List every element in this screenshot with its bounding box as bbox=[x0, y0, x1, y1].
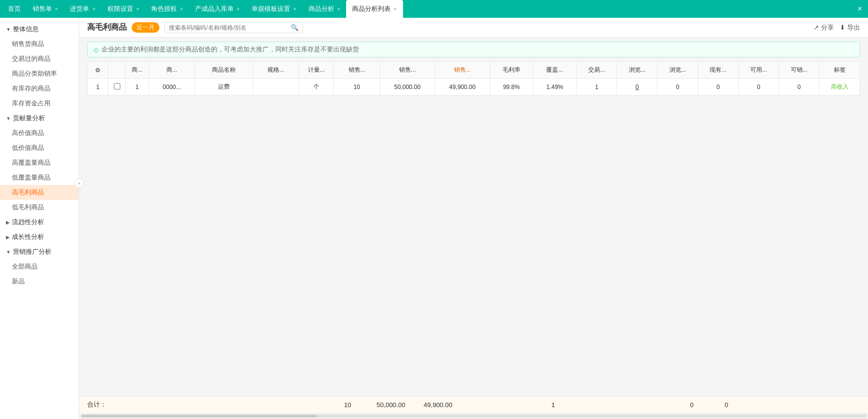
nav-tab-analysis-list[interactable]: 商品分析列表 × bbox=[346, 0, 403, 18]
row-seq: 1 bbox=[126, 79, 149, 95]
col-trade-header: 交易... bbox=[576, 62, 617, 79]
arrow-growth: ▶ bbox=[6, 234, 10, 240]
sidebar-item-category-rate[interactable]: 商品分类助销率 bbox=[0, 66, 79, 81]
search-icon[interactable]: 🔍 bbox=[291, 24, 299, 31]
sidebar-item-low-margin[interactable]: 低毛利商品 bbox=[0, 200, 79, 215]
footer-totals: 合计： 10 50,000.00 49,900.00 1 0 0 bbox=[79, 396, 868, 413]
export-button[interactable]: ⬇ 导出 bbox=[840, 23, 860, 32]
export-icon: ⬇ bbox=[840, 24, 845, 31]
sidebar-item-low-value[interactable]: 低价值商品 bbox=[0, 140, 79, 155]
sidebar-item-high-margin[interactable]: 高毛利商品 bbox=[0, 185, 79, 200]
col-no-header: 商... bbox=[126, 62, 149, 79]
footer-cells: 10 50,000.00 49,900.00 1 0 0 bbox=[117, 401, 860, 409]
arrow-flow: ▶ bbox=[6, 220, 10, 225]
footer-sale3: 49,900.00 bbox=[414, 401, 461, 409]
close-purchase-tab[interactable]: × bbox=[92, 6, 95, 12]
col-unit-header: 计量... bbox=[299, 62, 334, 79]
footer-label: 合计： bbox=[87, 400, 117, 409]
search-box[interactable]: 🔍 bbox=[164, 22, 303, 33]
row-browse1[interactable]: 0 bbox=[617, 79, 658, 95]
close-analysis-list-tab[interactable]: × bbox=[394, 6, 397, 12]
sidebar-group-growth[interactable]: ▶ 成长性分析 bbox=[0, 230, 79, 244]
nav-tab-home[interactable]: 首页 bbox=[2, 0, 27, 18]
sidebar-group-overall[interactable]: ▼ 整体信息 bbox=[0, 22, 79, 37]
footer-trade: 1 bbox=[536, 401, 570, 409]
row-sale2: 50,000.00 bbox=[380, 79, 435, 95]
sidebar: ▼ 整体信息 销售货商品 交易过的商品 商品分类助销率 有库存的商品 库存资金占… bbox=[0, 18, 79, 419]
nav-tab-role[interactable]: 角色授权 × bbox=[145, 0, 189, 18]
row-trade: 1 bbox=[576, 79, 617, 95]
close-template-tab[interactable]: × bbox=[293, 6, 296, 12]
sidebar-item-stock-capital[interactable]: 库存资金占用 bbox=[0, 96, 79, 111]
nav-tab-purchase[interactable]: 进货单 × bbox=[64, 0, 101, 18]
sidebar-item-new-goods[interactable]: 新品 bbox=[0, 274, 79, 289]
close-permission-tab[interactable]: × bbox=[136, 6, 139, 12]
col-checkbox bbox=[108, 62, 126, 79]
content-area: 高毛利商品 近一月 🔍 ↗ 分享 ⬇ 导出 ◇ 企业的主要的利润都是这部分商品创… bbox=[79, 18, 868, 419]
row-checkbox[interactable] bbox=[108, 79, 126, 95]
col-sale2-header: 销售... bbox=[380, 62, 435, 79]
col-spec-header: 规格... bbox=[253, 62, 299, 79]
sidebar-item-high-value[interactable]: 高价值商品 bbox=[0, 126, 79, 140]
close-product-inbound-tab[interactable]: × bbox=[237, 6, 240, 12]
sidebar-item-all-goods[interactable]: 全部商品 bbox=[0, 259, 79, 274]
scrollbar-thumb[interactable] bbox=[81, 415, 317, 418]
search-input[interactable] bbox=[169, 24, 289, 31]
row-gross-rate: 99.8% bbox=[490, 79, 533, 95]
sidebar-item-traded-goods[interactable]: 交易过的商品 bbox=[0, 51, 79, 66]
close-sales-tab[interactable]: × bbox=[55, 6, 58, 12]
row-available: 0 bbox=[738, 79, 779, 95]
nav-tab-sales[interactable]: 销售单 × bbox=[27, 0, 64, 18]
page-title: 高毛利商品 bbox=[87, 22, 127, 33]
col-saleable-header: 可销... bbox=[779, 62, 819, 79]
sidebar-item-stocked-goods[interactable]: 有库存的商品 bbox=[0, 81, 79, 96]
table-wrapper: ⚙ 商... 商... 商品名称 规格... 计量... 销售... 销售...… bbox=[79, 61, 868, 396]
col-available-header: 可用... bbox=[738, 62, 779, 79]
sidebar-group-flow[interactable]: ▶ 流趋性分析 bbox=[0, 215, 79, 230]
col-sale3-header: 销售... bbox=[435, 62, 490, 79]
row-name: 运费 bbox=[195, 79, 253, 95]
footer-sale2: 50,000.00 bbox=[367, 401, 414, 409]
info-banner: ◇ 企业的主要的利润都是这部分商品创造的，可考虑加大推广，同时关注库存是不要出现… bbox=[87, 42, 860, 57]
row-saleable: 0 bbox=[779, 79, 819, 95]
sidebar-group-marketing[interactable]: ▼ 营销推广分析 bbox=[0, 244, 79, 259]
col-cover-header: 覆盖... bbox=[533, 62, 577, 79]
share-button[interactable]: ↗ 分享 bbox=[814, 23, 834, 32]
content-header: 高毛利商品 近一月 🔍 ↗ 分享 ⬇ 导出 bbox=[79, 18, 868, 38]
row-sale1: 10 bbox=[334, 79, 380, 95]
close-all-button[interactable]: × bbox=[854, 2, 866, 15]
horizontal-scrollbar[interactable] bbox=[79, 413, 868, 419]
nav-tab-template[interactable]: 单据模板设置 × bbox=[246, 0, 302, 18]
arrow-marketing: ▼ bbox=[6, 249, 11, 255]
main-area: ▼ 整体信息 销售货商品 交易过的商品 商品分类助销率 有库存的商品 库存资金占… bbox=[0, 18, 868, 419]
info-icon: ◇ bbox=[94, 46, 99, 53]
nav-tab-permission[interactable]: 权限设置 × bbox=[102, 0, 145, 18]
col-sale1-header: 销售... bbox=[334, 62, 380, 79]
col-settings[interactable]: ⚙ bbox=[88, 62, 108, 79]
scrollbar-track bbox=[81, 415, 866, 418]
col-gross-header: 毛利率 bbox=[490, 62, 533, 79]
sidebar-wrapper: ▼ 整体信息 销售货商品 交易过的商品 商品分类助销率 有库存的商品 库存资金占… bbox=[0, 18, 79, 419]
sidebar-group-contribution[interactable]: ▼ 贡献量分析 bbox=[0, 111, 79, 126]
sidebar-item-sales-goods[interactable]: 销售货商品 bbox=[0, 37, 79, 51]
row-tag: 高收入 bbox=[819, 79, 860, 95]
nav-tab-analysis[interactable]: 商品分析 × bbox=[303, 0, 346, 18]
sidebar-item-high-coverage[interactable]: 高覆盖量商品 bbox=[0, 155, 79, 170]
row-unit: 个 bbox=[299, 79, 334, 95]
nav-tab-product-inbound[interactable]: 产成品入库单 × bbox=[189, 0, 246, 18]
footer-available: 0 bbox=[674, 401, 709, 409]
header-actions: ↗ 分享 ⬇ 导出 bbox=[814, 23, 860, 32]
arrow-overall: ▼ bbox=[6, 27, 11, 32]
close-analysis-tab[interactable]: × bbox=[337, 6, 340, 12]
row-sale3: 49,900.00 bbox=[435, 79, 490, 95]
footer-sale1: 10 bbox=[328, 401, 367, 409]
close-role-tab[interactable]: × bbox=[180, 6, 183, 12]
col-tag-header: 标签 bbox=[819, 62, 860, 79]
row-checkbox-input[interactable] bbox=[114, 83, 120, 90]
filter-recent-month-button[interactable]: 近一月 bbox=[132, 22, 159, 33]
row-browse2: 0 bbox=[658, 79, 698, 95]
col-browse2-header: 浏览... bbox=[658, 62, 698, 79]
sidebar-item-low-coverage[interactable]: 低覆盖量商品 bbox=[0, 170, 79, 185]
arrow-contribution: ▼ bbox=[6, 116, 11, 121]
info-text: 企业的主要的利润都是这部分商品创造的，可考虑加大推广，同时关注库存是不要出现缺货 bbox=[102, 45, 359, 54]
